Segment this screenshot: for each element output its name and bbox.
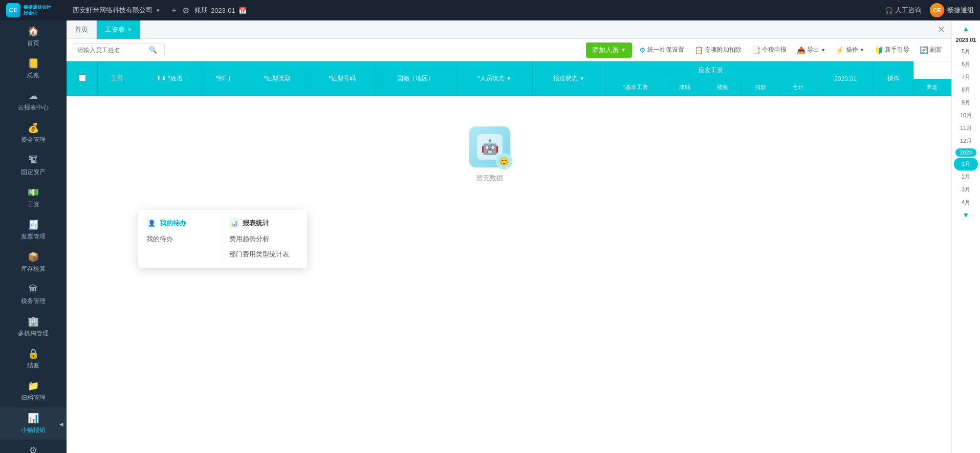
sidebar-item-fixed-asset[interactable]: 🏗 固定资产: [0, 149, 67, 182]
date-month-11[interactable]: 11月: [952, 122, 980, 135]
date-month-5[interactable]: 5月: [952, 45, 980, 58]
mini-expense-icon: 📊: [28, 413, 39, 424]
date-panel-header: 2023.01: [956, 35, 976, 45]
popup-col-report: 📊 报表统计 费用趋势分析 部门费用类型统计表: [229, 218, 299, 260]
popup-report-header[interactable]: 📊 报表统计: [229, 218, 299, 233]
close-account-icon: 🔒: [28, 348, 39, 359]
empty-state: 🤖 暂无数据: [67, 96, 913, 213]
sidebar-item-archive[interactable]: 📁 归档管理: [0, 375, 67, 407]
date-month-1-active[interactable]: 1月: [954, 158, 978, 170]
settings-icon[interactable]: ⚙: [182, 6, 189, 15]
sidebar-item-invoice[interactable]: 🧾 发票管理: [0, 214, 67, 246]
fund-icon: 💰: [28, 122, 39, 134]
logo-text: 畅捷通好会计 好会计: [24, 5, 51, 16]
date-month-2[interactable]: 2月: [952, 170, 980, 183]
date-panel: ▲ 2023.01 5月 6月 7月 8月 9月 10月 11月 12月 202…: [951, 20, 980, 453]
sidebar-item-inventory[interactable]: 📦 库存核算: [0, 246, 67, 278]
search-icon[interactable]: 🔍: [149, 46, 157, 54]
home-icon: 🏠: [28, 26, 39, 37]
popup-todo-title: 我的待办: [160, 219, 186, 228]
sidebar-item-home[interactable]: 🏠 首页: [0, 20, 67, 53]
date-month-4[interactable]: 4月: [952, 196, 980, 209]
tax-report-icon: 📑: [752, 46, 760, 54]
tab-salary-label: 工资表: [105, 25, 125, 34]
sidebar-item-label: 库存核算: [21, 265, 46, 273]
export-button[interactable]: 📤 导出 ▼: [794, 46, 829, 54]
date-month-10[interactable]: 10月: [952, 109, 980, 122]
sidebar-item-multi-org[interactable]: 🏢 多机构管理: [0, 311, 67, 343]
date-month-9[interactable]: 9月: [952, 96, 980, 109]
company-selector[interactable]: 西安虾米网络科技有限公司 ▼: [68, 6, 166, 15]
sidebar-item-label: 资金管理: [21, 136, 46, 144]
tax-report-button[interactable]: 📑 个税申报: [749, 46, 790, 54]
col-period: 2023.01: [817, 62, 874, 96]
sidebar-item-fund[interactable]: 💰 资金管理: [0, 117, 67, 149]
social-insurance-icon: ⚙: [639, 46, 646, 54]
customer-service-button[interactable]: 🎧 人工咨询: [885, 6, 922, 15]
sidebar-item-close-account[interactable]: 🔒 结账: [0, 343, 67, 375]
add-company-button[interactable]: ＋: [170, 5, 178, 16]
popup-item-my-todo[interactable]: 我的待办: [146, 233, 216, 245]
date-month-12[interactable]: 12月: [952, 135, 980, 147]
special-deduct-button[interactable]: 📋 专项附加扣除: [691, 46, 745, 54]
date-panel-nav-up[interactable]: ▲: [952, 23, 980, 35]
header-right: 🎧 人工咨询 CE 畅捷通组: [885, 3, 974, 17]
popup-item-dept-cost[interactable]: 部门费用类型统计表: [229, 249, 299, 260]
tab-home[interactable]: 首页: [67, 20, 97, 39]
company-chevron-icon: ▼: [156, 8, 161, 13]
popup-columns: 👤 我的待办 我的待办 📊 报表统计: [146, 218, 299, 260]
sidebar-item-label: 总账: [27, 71, 39, 80]
tab-bar: 首页 工资表 × ✕: [67, 20, 951, 39]
sidebar-item-ledger[interactable]: 📒 总账: [0, 53, 67, 85]
col-emp-no: 工号: [98, 62, 137, 96]
cloud-icon: ☁: [28, 90, 39, 101]
col-pension: 养老: [913, 79, 951, 96]
social-insurance-label: 统一社保设置: [647, 46, 684, 54]
logo-area: CE 畅捷通好会计 好会计: [6, 3, 68, 17]
main-layout: 🏠 首页 📒 总账 ☁ 云报表中心 💰 资金管理 🏗 固定资产 💵 工资 🧾 发…: [0, 20, 980, 453]
new-guide-toolbar-button[interactable]: 🔰 新手引导: [872, 46, 912, 54]
sidebar-collapse-icon: ◀: [59, 421, 63, 426]
social-insurance-button[interactable]: ⚙ 统一社保设置: [636, 46, 687, 54]
sidebar-item-basic-settings[interactable]: ⚙ 基础设置: [0, 440, 67, 453]
search-input[interactable]: [77, 47, 149, 54]
sidebar-item-label: 小畅报销: [21, 426, 46, 435]
date-panel-nav-down[interactable]: ▼: [952, 209, 980, 221]
multi-org-icon: 🏢: [28, 316, 39, 327]
person-status-filter-icon[interactable]: ▼: [506, 76, 511, 81]
tax-icon: 🏛: [28, 284, 39, 295]
close-panel-button[interactable]: ✕: [931, 24, 951, 35]
date-month-7[interactable]: 7月: [952, 71, 980, 83]
popup-todo-header[interactable]: 👤 我的待办: [146, 218, 216, 233]
operation-button[interactable]: ⚡ 操作 ▼: [833, 46, 867, 54]
sidebar-item-label: 首页: [27, 39, 39, 48]
export-chevron-icon: ▼: [821, 48, 825, 53]
sidebar-item-salary[interactable]: 💵 工资: [0, 182, 67, 214]
tab-close-icon[interactable]: ×: [128, 26, 132, 33]
sidebar-item-tax[interactable]: 🏛 税务管理: [0, 278, 67, 311]
add-person-button[interactable]: 添加人员 ▼: [586, 42, 632, 58]
sidebar-item-cloud-report[interactable]: ☁ 云报表中心: [0, 85, 67, 117]
empty-text: 暂无数据: [476, 174, 503, 183]
report-status-filter-icon[interactable]: ▼: [579, 76, 584, 81]
refresh-button[interactable]: 🔄 刷新: [917, 46, 945, 54]
period-label: 账期: [194, 6, 208, 15]
company-name: 西安虾米网络科技有限公司: [73, 6, 153, 15]
archive-icon: 📁: [28, 380, 39, 392]
col-salary-group: 应发工资: [605, 62, 817, 79]
popup-item-cost-trend[interactable]: 费用趋势分析: [229, 233, 299, 245]
sidebar-item-label: 云报表中心: [18, 103, 49, 112]
tab-salary[interactable]: 工资表 ×: [97, 20, 140, 39]
date-month-3[interactable]: 3月: [952, 183, 980, 196]
date-month-6[interactable]: 6月: [952, 58, 980, 71]
select-all-checkbox[interactable]: [79, 74, 86, 81]
operation-icon: ⚡: [836, 46, 844, 54]
user-info[interactable]: CE 畅捷通组: [930, 3, 974, 17]
robot-icon: 🤖: [477, 134, 503, 160]
user-avatar: CE: [930, 3, 944, 17]
col-person-status: *人员状态 ▼: [456, 62, 533, 96]
inventory-icon: 📦: [28, 251, 39, 263]
sidebar-item-mini-expense[interactable]: 📊 小畅报销 ◀: [0, 407, 67, 440]
calendar-icon[interactable]: 📅: [238, 7, 247, 14]
date-month-8[interactable]: 8月: [952, 83, 980, 96]
